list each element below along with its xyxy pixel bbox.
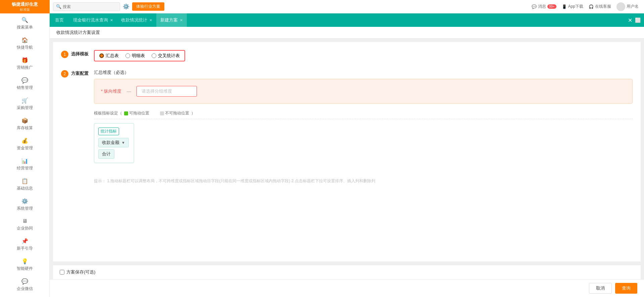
dimension-select[interactable]: 请选择分组维度	[137, 86, 197, 97]
sales-icon: 💬	[21, 77, 28, 84]
search-icon: 🔍	[56, 4, 61, 9]
notification-item[interactable]: 💬 消息 99+	[532, 4, 556, 9]
wechat-icon: 💬	[21, 278, 28, 285]
section-config: 2 方案配置 汇总维度（必选） * 纵向维度 — 请选择分组维度	[61, 69, 633, 185]
logo-sub: 标准版	[20, 7, 30, 12]
radio-summary[interactable]	[99, 53, 104, 58]
query-button[interactable]: 查询	[615, 283, 637, 294]
sidebar-item-baseinfo[interactable]: 📋 基础信息	[0, 175, 49, 195]
logo-area: 畅捷通好生意 标准版	[0, 0, 50, 13]
download-icon: 📱	[562, 4, 567, 9]
user-area[interactable]: 用户名	[616, 2, 639, 11]
radio-cross[interactable]	[152, 53, 156, 58]
sidebar-item-finance[interactable]: 💰 资金管理	[0, 134, 49, 154]
service-icon: 🎧	[589, 4, 594, 9]
dimension-area: * 纵向维度 — 请选择分组维度	[94, 79, 633, 104]
notification-badge: 99+	[547, 4, 556, 9]
sidebar-item-wechat[interactable]: 💬 企业微信	[0, 275, 49, 295]
management-icon: 📊	[21, 158, 28, 164]
dimension-section-label: 汇总维度（必选）	[94, 69, 633, 76]
baseinfo-icon: 📋	[21, 178, 28, 184]
sidebar-item-inventory[interactable]: 📦 库存核算	[0, 114, 49, 134]
search-menu-icon: 🔍	[21, 17, 28, 23]
radio-detail[interactable]	[125, 53, 130, 58]
home-icon: 🏠	[21, 37, 28, 43]
sidebar-item-purchase[interactable]: 🛒 采购管理	[0, 94, 49, 114]
tab-cash-flow-close[interactable]: ✕	[110, 18, 113, 22]
vertical-dim-label: * 纵向维度	[101, 88, 121, 94]
sidebar-item-collab[interactable]: 🖥 企业协同	[0, 215, 49, 235]
sidebar-item-sales[interactable]: 💬 销售管理	[0, 74, 49, 94]
tab-collection-stats[interactable]: 收款情况统计 ✕	[117, 13, 156, 27]
section1-number: 1	[61, 51, 68, 58]
fixed-indicator: 不可拖动位置	[160, 110, 189, 116]
section2-title: 方案配置	[71, 70, 89, 77]
collab-icon: 🖥	[22, 218, 28, 224]
search-box: 🔍	[53, 2, 120, 11]
section-template: 1 选择模板 汇总表 明细表 交	[61, 50, 633, 61]
movable-indicator: 可拖动位置	[124, 110, 149, 116]
form-container: 1 选择模板 汇总表 明细表 交	[53, 42, 641, 261]
purchase-icon: 🛒	[21, 97, 28, 104]
bottom-action-bar: 取消 查询	[50, 279, 644, 297]
tab-collection-stats-close[interactable]: ✕	[149, 18, 152, 22]
sidebar-item-quicknav[interactable]: 🏠 快捷导航	[0, 34, 49, 54]
avatar	[616, 2, 625, 11]
save-checkbox[interactable]	[60, 270, 64, 275]
sidebar-item-guide[interactable]: 📌 新手引导	[0, 235, 49, 255]
sidebar-item-hardware[interactable]: 💡 智能硬件	[0, 255, 49, 275]
tab-new-plan-close[interactable]: ✕	[180, 18, 183, 22]
section1-title: 选择模板	[71, 51, 89, 57]
tab-new-plan[interactable]: 新建方案 ✕	[156, 13, 187, 27]
template-options: 汇总表 明细表 交叉统计表	[94, 50, 185, 61]
hardware-icon: 💡	[21, 258, 28, 264]
user-name: 用户名	[627, 4, 639, 9]
arrow-icon: —	[127, 89, 131, 94]
finance-icon: 💰	[21, 138, 28, 144]
guide-icon: 📌	[21, 238, 28, 244]
search-input[interactable]	[63, 4, 116, 9]
save-option[interactable]: 方案保存(可选)	[60, 269, 96, 275]
template-detail[interactable]: 明细表	[125, 53, 145, 59]
metrics-tag: 统计指标	[98, 128, 119, 135]
form-footer: 方案保存(可选)	[53, 265, 641, 279]
logo-text: 畅捷通好生意	[12, 1, 38, 7]
sidebar-item-system[interactable]: ⚙️ 系统管理	[0, 195, 49, 215]
maximize-button[interactable]: ⬜	[635, 17, 641, 23]
dropdown-icon: ▼	[121, 141, 125, 145]
sidebar-item-management[interactable]: 📊 经营管理	[0, 154, 49, 175]
system-icon: ⚙️	[21, 198, 28, 204]
cancel-button[interactable]: 取消	[589, 283, 612, 294]
industry-button[interactable]: 体验行业方案	[132, 2, 164, 11]
metric-card-amount[interactable]: 收款金额 ▼	[98, 138, 129, 147]
sidebar: 🔍 搜索菜单 🏠 快捷导航 🎁 营销推广 💬 销售管理 🛒 采购管理 📦 库存核…	[0, 13, 50, 297]
tab-cash-flow[interactable]: 现金银行流水查询 ✕	[69, 13, 117, 27]
page-breadcrumb: 收款情况统计方案设置	[50, 27, 644, 39]
notification-icon: 💬	[532, 4, 537, 9]
settings-button[interactable]: ⚙️	[123, 3, 129, 10]
tab-home[interactable]: 首页	[50, 13, 69, 27]
sidebar-item-member[interactable]: 🏷 畅会员	[0, 295, 49, 297]
sidebar-item-marketing[interactable]: 🎁 营销推广	[0, 54, 49, 74]
service-item[interactable]: 🎧 在线客服	[589, 4, 611, 9]
content-area: 收款情况统计方案设置 1 选择模板 汇总表	[50, 27, 644, 297]
inventory-icon: 📦	[21, 117, 28, 124]
sidebar-item-search[interactable]: 🔍 搜索菜单	[0, 13, 49, 34]
metric-total: 合计	[98, 149, 114, 159]
metrics-area: 统计指标 收款金额 ▼ 合计	[94, 123, 134, 163]
section2-number: 2	[61, 70, 68, 78]
template-cross[interactable]: 交叉统计表	[152, 53, 180, 59]
tab-bar: 首页 现金银行流水查询 ✕ 收款情况统计 ✕ 新建方案 ✕ ✕ ⬜	[50, 13, 644, 27]
config-content: 汇总维度（必选） * 纵向维度 — 请选择分组维度	[94, 69, 633, 185]
template-summary[interactable]: 汇总表	[99, 53, 119, 59]
marketing-icon: 🎁	[21, 57, 28, 63]
hint-text: 提示： 1.拖动标题栏可以调整布局，不可跨维度或指标区域拖动目字段(只能在同一维…	[94, 177, 633, 185]
download-item[interactable]: 📱 App下载	[562, 4, 583, 9]
main-area: 首页 现金银行流水查询 ✕ 收款情况统计 ✕ 新建方案 ✕ ✕ ⬜	[50, 13, 644, 297]
close-window-button[interactable]: ✕	[628, 17, 632, 23]
metrics-setting-row: 模板指标设定（ 可拖动位置 不可拖动位置 ）	[94, 110, 633, 116]
